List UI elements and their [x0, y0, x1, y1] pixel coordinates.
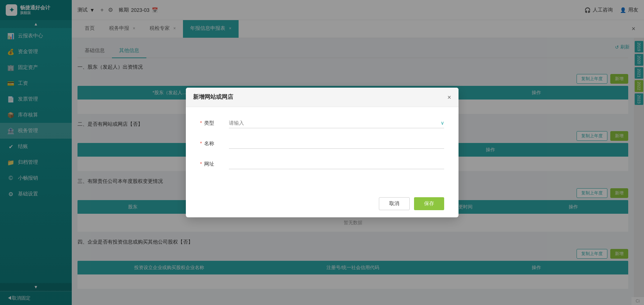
type-label: * 类型 [200, 120, 229, 126]
cancel-button[interactable]: 取消 [379, 197, 410, 210]
url-label: * 网址 [200, 161, 229, 167]
modal-add-website: 新增网站或网店 × * 类型 ∨ * 名称 [186, 88, 459, 217]
modal-overlay: 新增网站或网店 × * 类型 ∨ * 名称 [0, 0, 644, 305]
form-row-type: * 类型 ∨ [200, 118, 444, 128]
type-dropdown-arrow-icon: ∨ [441, 120, 444, 126]
type-required-mark: * [200, 120, 202, 126]
save-button[interactable]: 保存 [414, 197, 444, 210]
form-row-url: * 网址 [200, 159, 444, 169]
modal-title: 新增网站或网店 [193, 93, 233, 101]
modal-footer: 取消 保存 [186, 190, 459, 217]
name-input[interactable] [229, 138, 444, 149]
type-select[interactable]: ∨ [229, 118, 444, 128]
type-input[interactable] [229, 120, 441, 126]
name-label: * 名称 [200, 140, 229, 147]
url-input[interactable] [229, 159, 444, 169]
url-required-mark: * [200, 161, 202, 167]
type-label-text: 类型 [204, 120, 214, 126]
modal-body: * 类型 ∨ * 名称 * 网址 [186, 107, 459, 190]
form-row-name: * 名称 [200, 138, 444, 149]
name-required-mark: * [200, 140, 202, 146]
modal-header: 新增网站或网店 × [186, 88, 459, 107]
name-label-text: 名称 [204, 140, 214, 146]
modal-close-btn[interactable]: × [447, 94, 451, 101]
url-label-text: 网址 [204, 161, 214, 167]
